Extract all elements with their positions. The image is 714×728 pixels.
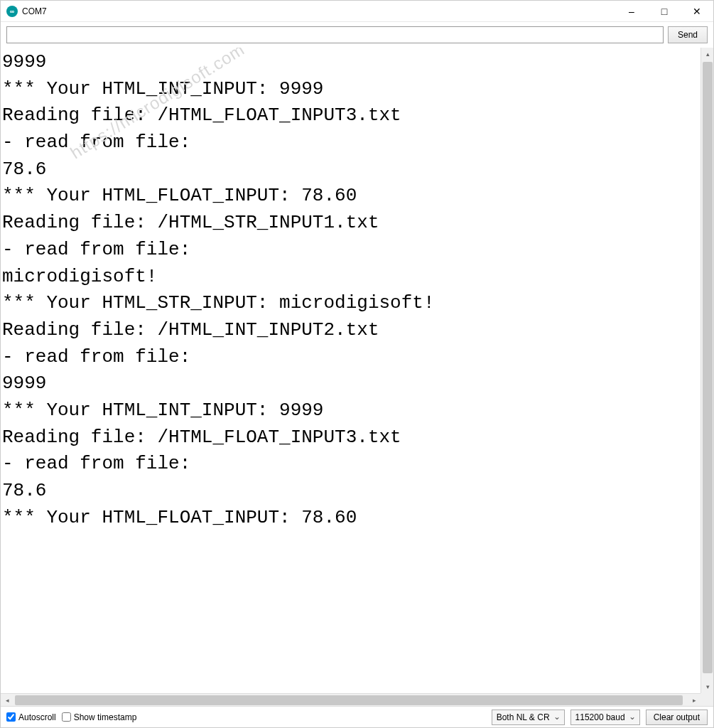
timestamp-label: Show timestamp [74,712,137,722]
scroll-corner [701,693,713,706]
vertical-scrollbar[interactable]: ▴ ▾ [701,48,713,693]
autoscroll-label: Autoscroll [18,712,56,722]
minimize-button[interactable]: – [615,1,648,22]
input-row: Send [1,22,713,48]
scroll-right-icon[interactable]: ▸ [688,694,701,706]
window-title: COM7 [22,6,47,16]
baud-value: 115200 baud [575,712,625,722]
line-ending-value: Both NL & CR [497,712,550,722]
titlebar: ∞ COM7 – □ ✕ [1,1,713,22]
scroll-up-icon[interactable]: ▴ [701,48,713,60]
timestamp-checkbox[interactable]: Show timestamp [62,712,137,722]
output-area: https://microdigisoft.com - 9.20 am 9999… [1,48,713,706]
vertical-scroll-thumb[interactable] [703,62,713,673]
bottom-bar: Autoscroll Show timestamp Both NL & CR 1… [1,706,713,727]
baud-select[interactable]: 115200 baud [570,710,640,725]
maximize-button[interactable]: □ [648,1,681,22]
close-button[interactable]: ✕ [681,1,713,22]
arduino-icon: ∞ [6,6,18,17]
console-output: 9999 *** Your HTML_INT_INPUT: 9999 Readi… [1,48,701,693]
autoscroll-checkbox[interactable]: Autoscroll [6,712,56,722]
line-ending-select[interactable]: Both NL & CR [492,710,565,725]
serial-input[interactable] [6,26,664,43]
horizontal-scroll-thumb[interactable] [15,695,683,705]
send-button[interactable]: Send [668,26,708,43]
clear-output-button[interactable]: Clear output [646,710,708,725]
scroll-left-icon[interactable]: ◂ [1,694,13,706]
autoscroll-input[interactable] [6,712,16,722]
timestamp-input[interactable] [62,712,71,722]
horizontal-scrollbar[interactable]: ◂ ▸ [1,693,701,706]
window-controls: – □ ✕ [615,1,713,22]
scroll-down-icon[interactable]: ▾ [701,680,713,693]
